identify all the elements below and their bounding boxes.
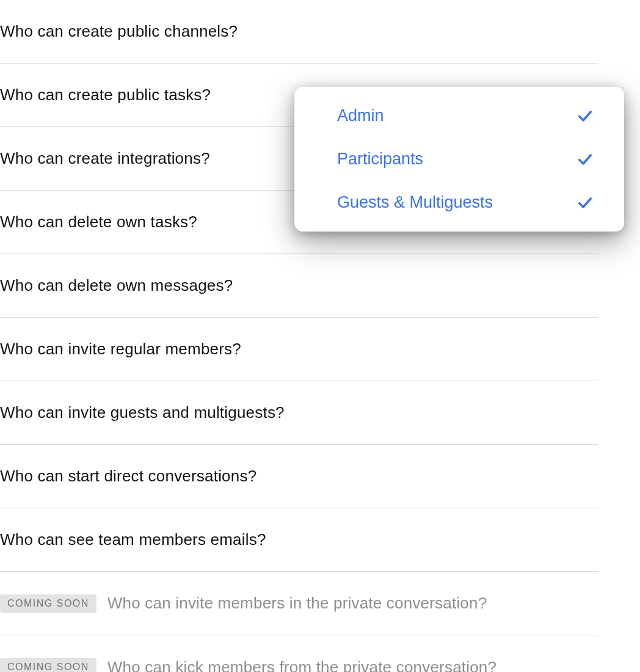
dropdown-option-label: Participants [337, 150, 423, 169]
setting-row-invite-members-private: COMING SOON Who can invite members in th… [0, 572, 598, 635]
check-icon [576, 194, 594, 211]
setting-row-start-direct-conversations[interactable]: Who can start direct conversations? [0, 445, 598, 508]
check-icon [576, 108, 594, 125]
setting-row-invite-regular-members[interactable]: Who can invite regular members? [0, 318, 598, 381]
dropdown-option-guests-multiguests[interactable]: Guests & Multiguests [294, 181, 624, 224]
setting-label: Who can start direct conversations? [0, 467, 256, 486]
role-selector-dropdown: Admin Participants Guests & Multiguests [294, 87, 624, 232]
dropdown-option-label: Admin [337, 106, 384, 125]
setting-row-kick-members-private: COMING SOON Who can kick members from th… [0, 635, 598, 672]
coming-soon-badge: COMING SOON [0, 594, 96, 613]
setting-label-text: Who can create public channels? [0, 22, 238, 41]
setting-label: Who can invite guests and multiguests? [0, 403, 285, 422]
setting-label-text: Who can delete own tasks? [0, 213, 197, 232]
check-icon [576, 151, 594, 168]
setting-label: COMING SOON Who can invite members in th… [0, 594, 487, 613]
setting-label-text: Who can invite guests and multiguests? [0, 403, 285, 422]
setting-label: Who can create public tasks? [0, 86, 211, 104]
dropdown-option-label: Guests & Multiguests [337, 193, 493, 212]
setting-row-invite-guests-multiguests[interactable]: Who can invite guests and multiguests? [0, 381, 598, 445]
setting-label: Who can see team members emails? [0, 530, 266, 549]
setting-label: Who can create integrations? [0, 149, 210, 168]
setting-label-text: Who can create integrations? [0, 149, 210, 168]
setting-label-text: Who can invite regular members? [0, 340, 241, 359]
setting-label-text: Who can start direct conversations? [0, 467, 256, 486]
setting-row-see-team-emails[interactable]: Who can see team members emails? [0, 508, 598, 572]
setting-label: Who can delete own tasks? [0, 213, 197, 232]
setting-label-text: Who can see team members emails? [0, 530, 266, 549]
setting-row-delete-own-messages[interactable]: Who can delete own messages? [0, 254, 598, 318]
setting-row-create-public-channels[interactable]: Who can create public channels? [0, 0, 598, 64]
setting-label: Who can delete own messages? [0, 276, 233, 295]
setting-label-text: Who can kick members from the private co… [107, 658, 496, 673]
dropdown-option-admin[interactable]: Admin [294, 94, 624, 137]
setting-label: Who can create public channels? [0, 22, 238, 41]
dropdown-option-participants[interactable]: Participants [294, 137, 624, 181]
setting-label: COMING SOON Who can kick members from th… [0, 658, 496, 673]
setting-label: Who can invite regular members? [0, 340, 241, 359]
coming-soon-badge: COMING SOON [0, 658, 96, 672]
setting-label-text: Who can invite members in the private co… [107, 594, 487, 613]
setting-label-text: Who can create public tasks? [0, 86, 211, 104]
setting-label-text: Who can delete own messages? [0, 276, 233, 295]
